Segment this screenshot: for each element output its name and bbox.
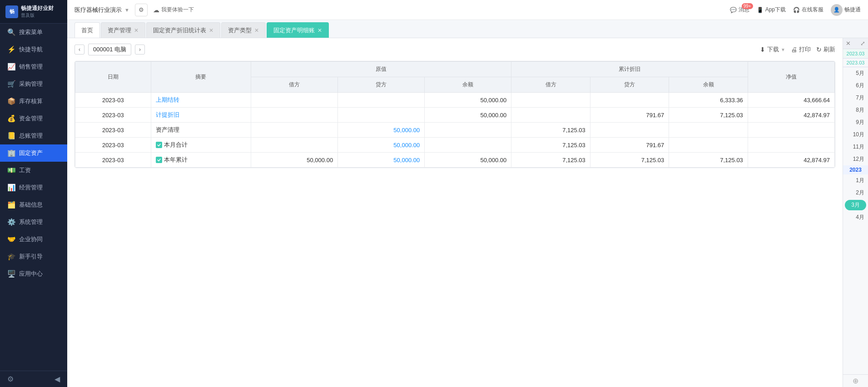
sidebar-label-search: 搜索菜单 [19, 28, 43, 36]
sidebar-logo: 畅 畅捷通好业财 普及版 [0, 0, 67, 24]
tab-asset_detail[interactable]: 固定资产明细账✕ [267, 22, 329, 38]
asset-detail-table: 日期 摘要 原值 累计折旧 净值 借方 贷方 余额 借方 贷方 余额 [74, 61, 835, 168]
timeline-month-9月[interactable]: 9月 [843, 116, 868, 129]
timeline-close-icon[interactable]: ✕ [846, 40, 851, 47]
sidebar-item-inventory[interactable]: 📦库存核算 [0, 93, 67, 110]
timeline-month-8月[interactable]: 8月 [843, 104, 868, 116]
tab-depreciation_stat[interactable]: 固定资产折旧统计表✕ [146, 22, 220, 38]
cooperation-icon: 🤝 [7, 235, 15, 243]
cell-orig-debit [251, 108, 338, 123]
cell-orig-credit [338, 93, 425, 108]
asset-navigation: ‹ 000001 电脑 › ⬇ 下载 ▼ 🖨 打印 ↻ 刷新 [74, 44, 835, 55]
main-pane: ‹ 000001 电脑 › ⬇ 下载 ▼ 🖨 打印 ↻ 刷新 [67, 38, 843, 387]
sidebar-item-app_center[interactable]: 🖥️应用中心 [0, 265, 67, 283]
sidebar-item-sys_mgmt[interactable]: ⚙️系统管理 [0, 213, 67, 231]
tab-close-asset_mgmt[interactable]: ✕ [134, 27, 139, 34]
app-download-button[interactable]: 📱 App下载 [757, 6, 786, 14]
cell-accum-credit [590, 123, 669, 138]
timeline-month-2月[interactable]: 2月 [843, 187, 868, 199]
table-row: 2023-03 资产清理 50,000.00 7,125.03 [75, 123, 835, 138]
sidebar-item-fixed_assets[interactable]: 🏢固定资产 [0, 144, 67, 162]
sidebar-item-search[interactable]: 🔍搜索菜单 [0, 24, 67, 41]
cell-orig-balance: 50,000.00 [425, 108, 511, 123]
sidebar-item-sales[interactable]: 📈销售管理 [0, 58, 67, 75]
sidebar-label-operations: 经营管理 [19, 184, 43, 192]
cell-summary[interactable]: 上期结转 [151, 93, 251, 108]
tab-asset_mgmt[interactable]: 资产管理✕ [101, 22, 145, 38]
collapse-icon[interactable]: ◀ [55, 375, 60, 383]
cell-date: 2023-03 [75, 108, 151, 123]
timeline-month-6月[interactable]: 6月 [843, 79, 868, 92]
funds-icon: 💰 [7, 114, 15, 123]
cell-orig-credit: 50,000.00 [338, 138, 425, 153]
current-asset: 000001 电脑 [88, 44, 131, 55]
sales-icon: 📈 [7, 63, 15, 71]
sidebar: 畅 畅捷通好业财 普及版 🔍搜索菜单⚡快捷导航📈销售管理🛒采购管理📦库存核算💰资… [0, 0, 67, 387]
download-icon: ⬇ [760, 46, 765, 53]
tab-bar: 首页资产管理✕固定资产折旧统计表✕资产类型✕固定资产明细账✕ [67, 20, 868, 38]
sidebar-item-ledger[interactable]: 📒总账管理 [0, 127, 67, 144]
cell-orig-credit: 50,000.00 [338, 153, 425, 168]
cell-net-value: 42,874.97 [748, 108, 834, 123]
table-row: 2023-03 本月合计 50,000.00 7,125.03 791.67 [75, 138, 835, 153]
user-menu[interactable]: 👤 畅捷通 [831, 4, 861, 16]
tab-asset_type[interactable]: 资产类型✕ [221, 22, 266, 38]
next-asset-button[interactable]: › [135, 45, 145, 55]
app-download-icon: 📱 [757, 7, 764, 13]
tab-label-depreciation_stat: 固定资产折旧统计表 [153, 26, 206, 35]
company-name: 医疗器械行业演示 [74, 6, 122, 14]
timeline-month-3月[interactable]: 3月 [845, 200, 866, 210]
sys_mgmt-icon: ⚙️ [7, 218, 15, 226]
refresh-button[interactable]: ↻ 刷新 [816, 45, 835, 54]
timeline-month-10月[interactable]: 10月 [843, 129, 868, 141]
cell-orig-debit [251, 93, 338, 108]
cell-summary[interactable]: 资产清理 [151, 123, 251, 138]
prev-asset-button[interactable]: ‹ [74, 45, 84, 55]
tab-label-home: 首页 [81, 26, 93, 35]
sidebar-label-funds: 资金管理 [19, 114, 43, 123]
timeline-expand-icon[interactable]: ⤢ [860, 40, 865, 47]
tab-close-asset_detail[interactable]: ✕ [317, 27, 322, 34]
timeline-month-11月[interactable]: 11月 [843, 141, 868, 153]
col-date: 日期 [75, 62, 151, 93]
download-button[interactable]: ⬇ 下载 ▼ [760, 45, 785, 54]
company-settings-button[interactable]: ⚙ [135, 4, 148, 16]
sidebar-label-app_center: 应用中心 [19, 270, 43, 278]
online-service-button[interactable]: 🎧 在线客服 [793, 6, 823, 14]
sidebar-item-purchase[interactable]: 🛒采购管理 [0, 75, 67, 93]
avatar: 👤 [831, 4, 843, 16]
col-original-group: 原值 [251, 62, 511, 77]
cell-summary[interactable]: 计提折旧 [151, 108, 251, 123]
cell-accum-balance [669, 138, 748, 153]
sidebar-item-payroll[interactable]: 💵工资 [0, 162, 67, 179]
company-selector[interactable]: 医疗器械行业演示 ▼ [74, 6, 129, 14]
timeline-down-icon[interactable]: ⊕ [853, 377, 858, 385]
timeline-month-5月[interactable]: 5月 [843, 67, 868, 79]
cell-accum-credit: 791.67 [590, 138, 669, 153]
sidebar-item-basic_info[interactable]: 🗂️基础信息 [0, 196, 67, 213]
timeline-month-4月[interactable]: 4月 [843, 211, 868, 223]
table-row: 2023-03 计提折旧 50,000.00 791.67 7,125.03 4… [75, 108, 835, 123]
cell-accum-debit: 7,125.03 [511, 138, 590, 153]
settings-icon[interactable]: ⚙ [7, 375, 14, 383]
tab-home[interactable]: 首页 [74, 22, 100, 38]
sidebar-item-quick_nav[interactable]: ⚡快捷导航 [0, 41, 67, 58]
timeline-month-1月[interactable]: 1月 [843, 174, 868, 187]
cell-orig-balance [425, 138, 511, 153]
cell-date: 2023-03 [75, 93, 151, 108]
experience-button[interactable]: ☁ 我要体验一下 [153, 6, 194, 14]
cell-accum-credit: 7,125.03 [590, 153, 669, 168]
tab-close-depreciation_stat[interactable]: ✕ [209, 27, 213, 34]
tab-close-asset_type[interactable]: ✕ [254, 27, 259, 34]
messages-button[interactable]: 💬 消息 99+ [730, 6, 749, 14]
cell-summary: 本月合计 [151, 138, 251, 153]
timeline-month-12月[interactable]: 12月 [843, 153, 868, 165]
sidebar-item-operations[interactable]: 📊经营管理 [0, 179, 67, 196]
topbar: 医疗器械行业演示 ▼ ⚙ ☁ 我要体验一下 💬 消息 99+ 📱 App下载 🎧… [67, 0, 868, 20]
sidebar-item-funds[interactable]: 💰资金管理 [0, 110, 67, 127]
sidebar-item-guide[interactable]: 🎓新手引导 [0, 248, 67, 265]
print-button[interactable]: 🖨 打印 [791, 45, 811, 54]
timeline-month-7月[interactable]: 7月 [843, 92, 868, 104]
guide-icon: 🎓 [7, 253, 15, 261]
sidebar-item-cooperation[interactable]: 🤝企业协同 [0, 231, 67, 248]
